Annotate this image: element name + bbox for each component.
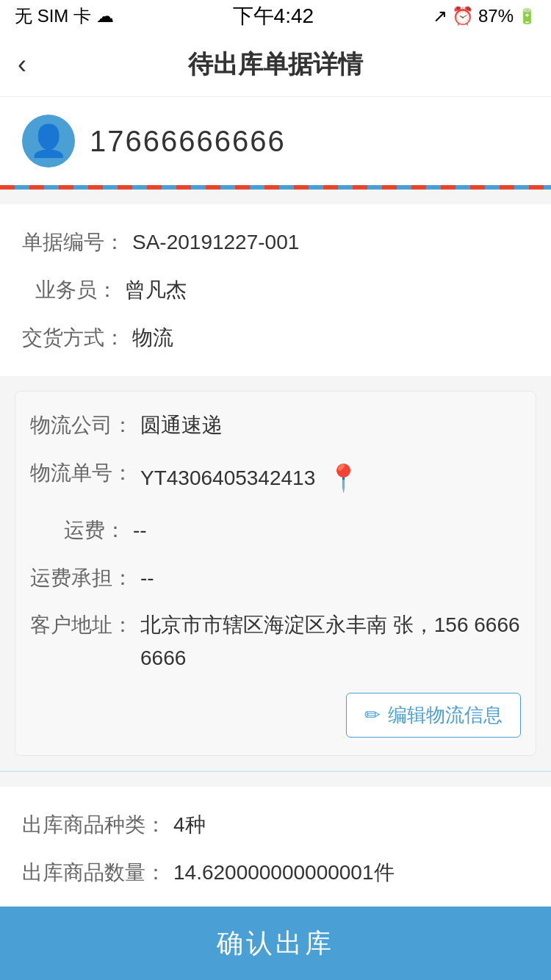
freight-bearer-value: -- — [140, 562, 521, 595]
document-no-row: 单据编号： SA-20191227-001 — [22, 226, 529, 259]
freight-row: 运费： -- — [30, 514, 521, 547]
tracking-no-row: 物流单号： YT4306405342413 📍 — [30, 457, 521, 500]
basic-info-section: 单据编号： SA-20191227-001 业务员： 曾凡杰 交货方式： 物流 — [0, 204, 551, 376]
confirm-button[interactable]: 确认出库 — [0, 907, 551, 980]
tracking-no-label: 物流单号： — [30, 457, 133, 490]
logistics-company-label: 物流公司： — [30, 409, 133, 442]
logistics-card: 物流公司： 圆通速递 物流单号： YT4306405342413 📍 运费： -… — [15, 391, 536, 756]
delivery-method-row: 交货方式： 物流 — [22, 322, 529, 355]
status-bar: 无 SIM 卡 ☁ 下午4:42 ↗ ⏰ 87% 🔋 — [0, 0, 551, 32]
delivery-method-value: 物流 — [132, 322, 529, 355]
dashed-divider — [0, 185, 551, 190]
document-no-label: 单据编号： — [22, 226, 125, 259]
address-row: 客户地址： 北京市市辖区海淀区永丰南 张，156 6666 6666 — [30, 609, 521, 675]
section-separator — [0, 771, 551, 772]
tracking-no-value: YT4306405342413 📍 — [140, 457, 521, 500]
goods-quantity-row: 出库商品数量： 14.620000000000001件 — [22, 857, 529, 890]
goods-type-value: 4种 — [173, 809, 529, 842]
freight-value: -- — [133, 514, 521, 547]
freight-bearer-label: 运费承担： — [30, 562, 133, 595]
phone-header: 👤 17666666666 — [0, 97, 551, 185]
status-time: 下午4:42 — [233, 2, 314, 30]
salesperson-row: 业务员： 曾凡杰 — [22, 274, 529, 307]
battery-icon: 🔋 — [518, 7, 536, 25]
tracking-no-text: YT4306405342413 — [140, 462, 315, 495]
edit-icon: ✏ — [364, 704, 381, 727]
location-status-icon: ↗ — [433, 6, 447, 26]
page-title: 待出库单据详情 — [188, 48, 363, 82]
edit-button-label: 编辑物流信息 — [388, 702, 503, 728]
sim-status: 无 SIM 卡 ☁ — [15, 4, 114, 28]
clock-icon: ⏰ — [452, 6, 474, 26]
salesperson-label: 业务员： — [22, 274, 118, 307]
address-label: 客户地址： — [30, 609, 133, 642]
goods-quantity-label: 出库商品数量： — [22, 857, 166, 890]
nav-bar: ‹ 待出库单据详情 — [0, 32, 551, 97]
freight-label: 运费： — [30, 514, 126, 547]
person-icon: 👤 — [29, 126, 68, 156]
confirm-button-label: 确认出库 — [217, 926, 334, 962]
goods-type-label: 出库商品种类： — [22, 809, 166, 842]
status-right: ↗ ⏰ 87% 🔋 — [433, 6, 536, 26]
delivery-method-label: 交货方式： — [22, 322, 125, 355]
phone-number: 17666666666 — [90, 125, 286, 158]
salesperson-value: 曾凡杰 — [125, 274, 529, 307]
back-button[interactable]: ‹ — [18, 49, 26, 80]
battery-level: 87% — [478, 6, 514, 26]
location-icon[interactable]: 📍 — [327, 457, 360, 500]
status-left: 无 SIM 卡 ☁ — [15, 4, 114, 28]
goods-type-row: 出库商品种类： 4种 — [22, 809, 529, 842]
avatar: 👤 — [22, 115, 75, 167]
document-no-value: SA-20191227-001 — [132, 226, 529, 259]
address-value: 北京市市辖区海淀区永丰南 张，156 6666 6666 — [140, 609, 521, 675]
edit-logistics-button[interactable]: ✏ 编辑物流信息 — [346, 693, 521, 738]
logistics-company-row: 物流公司： 圆通速递 — [30, 409, 521, 442]
logistics-company-value: 圆通速递 — [140, 409, 521, 442]
freight-bearer-row: 运费承担： -- — [30, 562, 521, 595]
goods-quantity-value: 14.620000000000001件 — [173, 857, 529, 890]
edit-btn-container: ✏ 编辑物流信息 — [30, 693, 521, 738]
